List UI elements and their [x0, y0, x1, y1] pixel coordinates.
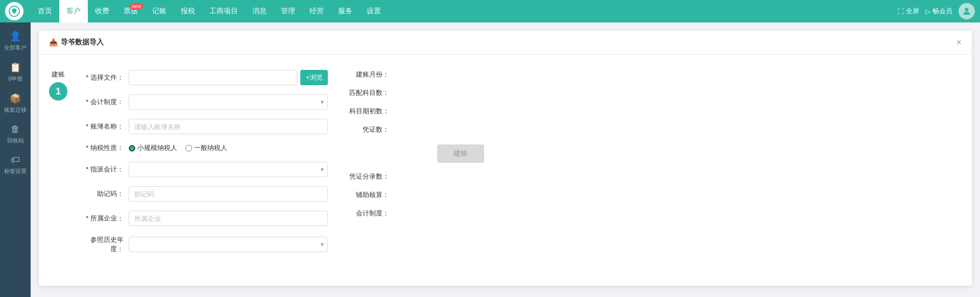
nav-item-billing[interactable]: 收费 [88, 0, 116, 22]
right-field-0: 建账月份： [348, 70, 573, 79]
accounting-system-select[interactable]: 小企业会计准则 企业会计准则 民间非营利组织 [129, 94, 328, 110]
all-customers-icon: 👤 [10, 31, 21, 42]
memo-input[interactable] [129, 186, 328, 202]
vip-label: 畅会员 [933, 7, 952, 16]
nav-item-operation[interactable]: 经营 [302, 0, 331, 22]
tax-type-row: * 纳税性质： 小规模纳税人 一般纳税人 [83, 143, 328, 153]
period-initial-label: 科目期初数： [348, 107, 394, 116]
sidebar-item-declare[interactable]: 📋 0申报 [0, 58, 31, 87]
tax-type-label: * 纳税性质： [83, 143, 129, 153]
accountant-row: * 指派会计： [83, 162, 328, 177]
svg-point-1 [965, 8, 969, 11]
close-button[interactable]: × [956, 38, 962, 47]
declare-icon: 📋 [10, 62, 21, 73]
layout: 👤 全部客户 📋 0申报 📦 账套迁移 🗑 回收站 🏷 标签设置 📥 导爷 [0, 22, 980, 297]
tax-general-radio[interactable] [185, 145, 192, 152]
step-section: 建账 1 [49, 70, 83, 263]
company-label: * 所属企业： [83, 214, 129, 223]
accounting-system-label: * 会计制度： [83, 97, 129, 107]
nav-item-invoice[interactable]: 票据 new [116, 0, 145, 22]
ledger-name-input[interactable] [129, 119, 328, 134]
voucher-entries-label: 凭证分录数： [348, 172, 394, 181]
nav-item-customer[interactable]: 客户 [59, 0, 88, 22]
tag-settings-icon: 🏷 [11, 155, 20, 165]
dialog-body: 建账 1 * 选择文件： +浏览 * 会计制度： [39, 55, 972, 273]
sidebar-item-tag-settings[interactable]: 🏷 标签设置 [0, 151, 31, 179]
file-input[interactable] [129, 70, 297, 85]
ledger-name-row: * 账簿名称： [83, 119, 328, 134]
file-input-group: +浏览 [129, 70, 328, 85]
history-year-select[interactable] [129, 237, 328, 252]
nav-item-tax[interactable]: 报税 [174, 0, 202, 22]
tax-small-radio[interactable] [129, 145, 135, 152]
match-subject-label: 匹配科目数： [348, 88, 394, 97]
sidebar-item-label: 0申报 [8, 75, 22, 83]
nav-item-settings[interactable]: 设置 [360, 0, 388, 22]
file-label: * 选择文件： [83, 73, 129, 82]
fullscreen-icon: ⛶ [897, 8, 904, 15]
memo-row: 助记码： [83, 186, 328, 202]
dialog-title-icon: 📥 [49, 38, 58, 46]
file-row: * 选择文件： +浏览 [83, 70, 328, 85]
step-label: 建账 [52, 70, 65, 79]
right-field-3: 凭证数： [348, 125, 573, 134]
sidebar-item-all-customers[interactable]: 👤 全部客户 [0, 27, 31, 56]
company-row: * 所属企业： [83, 211, 328, 226]
sidebar-item-label: 标签设置 [4, 167, 27, 175]
step-circle: 1 [49, 82, 67, 101]
tax-general-option[interactable]: 一般纳税人 [185, 143, 227, 153]
sidebar-item-trash[interactable]: 🗑 回收站 [0, 120, 31, 148]
sidebar-item-account-migrate[interactable]: 📦 账套迁移 [0, 89, 31, 118]
company-input[interactable] [129, 211, 328, 226]
dialog-header: 📥 导爷数据导入 × [39, 31, 972, 55]
tax-small-option[interactable]: 小规模纳税人 [129, 143, 177, 153]
tax-radio-group: 小规模纳税人 一般纳税人 [129, 143, 328, 153]
history-year-row: 参照历史年度： [83, 235, 328, 254]
sidebar-item-label: 回收站 [7, 137, 24, 144]
account-migrate-icon: 📦 [10, 93, 21, 104]
history-year-select-wrapper [129, 237, 328, 252]
nav-items: 首页 客户 收费 票据 new 记账 报税 工商项目 消息 管理 经营 服务 设… [31, 0, 897, 22]
trash-icon: 🗑 [11, 124, 20, 135]
right-field-6: 会计制度： [348, 209, 573, 218]
sidebar: 👤 全部客户 📋 0申报 📦 账套迁移 🗑 回收站 🏷 标签设置 [0, 22, 31, 297]
accounting-system-row: * 会计制度： 小企业会计准则 企业会计准则 民间非营利组织 [83, 94, 328, 110]
nav-item-home[interactable]: 首页 [31, 0, 59, 22]
dialog-title: 📥 导爷数据导入 [49, 38, 104, 47]
sidebar-item-label: 全部客户 [4, 44, 27, 52]
aux-accounting-label: 辅助核算： [348, 190, 394, 200]
vip-button[interactable]: ▷ 畅会员 [925, 7, 952, 16]
right-field-2: 科目期初数： [348, 107, 573, 116]
build-month-label: 建账月份： [348, 70, 394, 79]
logo[interactable] [5, 2, 23, 20]
top-nav: 首页 客户 收费 票据 new 记账 报税 工商项目 消息 管理 经营 服务 设… [0, 0, 980, 22]
nav-item-manage[interactable]: 管理 [274, 0, 302, 22]
right-field-5: 辅助核算： [348, 190, 573, 200]
tax-small-label: 小规模纳税人 [137, 143, 177, 153]
dialog-container: 📥 导爷数据导入 × 建账 1 * 选择文件： [39, 31, 972, 286]
ledger-name-label: * 账簿名称： [83, 122, 129, 131]
right-field-1: 匹配科目数： [348, 88, 573, 97]
top-nav-right: ⛶ 全屏 ▷ 畅会员 [897, 3, 975, 19]
nav-item-service[interactable]: 服务 [331, 0, 360, 22]
sidebar-item-label: 账套迁移 [4, 106, 27, 114]
accountant-label: * 指派会计： [83, 165, 129, 174]
nav-item-biz[interactable]: 工商项目 [202, 0, 245, 22]
fullscreen-button[interactable]: ⛶ 全屏 [897, 7, 919, 16]
nav-item-bookkeeping[interactable]: 记账 [145, 0, 174, 22]
accounting-system-select-wrapper: 小企业会计准则 企业会计准则 民间非营利组织 [129, 94, 328, 110]
main-content: 📥 导爷数据导入 × 建账 1 * 选择文件： [31, 22, 980, 297]
browse-button[interactable]: +浏览 [300, 70, 328, 85]
vip-icon: ▷ [925, 8, 930, 15]
fullscreen-label: 全屏 [906, 7, 919, 16]
history-year-label: 参照历史年度： [83, 235, 129, 254]
right-accounting-system-label: 会计制度： [348, 209, 394, 218]
form-left: * 选择文件： +浏览 * 会计制度： 小企业会计准则 [83, 70, 328, 263]
accountant-select[interactable] [129, 162, 328, 177]
create-button-section: 建账 [348, 144, 573, 163]
create-account-button[interactable]: 建账 [437, 144, 484, 163]
accountant-select-wrapper [129, 162, 328, 177]
form-right: 建账月份： 匹配科目数： 科目期初数： 凭证数： [328, 70, 573, 263]
user-avatar[interactable] [959, 3, 975, 19]
nav-item-message[interactable]: 消息 [245, 0, 274, 22]
